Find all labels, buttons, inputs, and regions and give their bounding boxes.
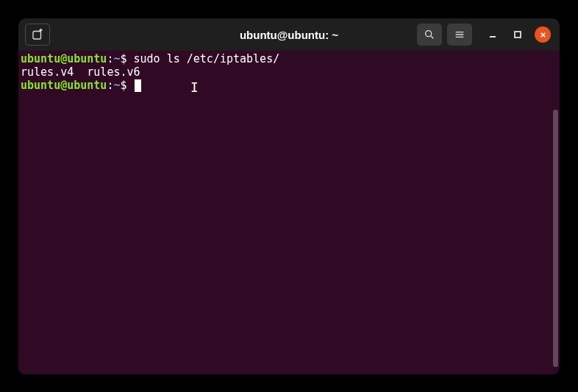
header-controls	[417, 24, 555, 46]
search-icon	[424, 29, 435, 40]
terminal-body[interactable]: ubuntu@ubuntu:~$ sudo ls /etc/iptables/ …	[18, 51, 560, 374]
maximize-icon	[513, 30, 522, 39]
prompt-dollar: $	[120, 52, 133, 65]
search-button[interactable]	[417, 24, 442, 46]
prompt-user: ubuntu@ubuntu	[21, 79, 107, 92]
terminal-line: ubuntu@ubuntu:~$	[21, 79, 557, 92]
hamburger-icon	[454, 29, 465, 40]
scrollbar[interactable]	[553, 110, 558, 367]
svg-line-4	[431, 36, 433, 38]
window-controls	[485, 26, 551, 43]
maximize-button[interactable]	[510, 26, 526, 43]
new-tab-button[interactable]	[25, 24, 50, 46]
prompt-user: ubuntu@ubuntu	[21, 52, 107, 65]
svg-point-3	[426, 31, 432, 37]
new-tab-icon	[31, 28, 44, 41]
close-icon	[539, 31, 547, 39]
terminal-line: ubuntu@ubuntu:~$ sudo ls /etc/iptables/	[21, 52, 557, 65]
menu-button[interactable]	[447, 24, 472, 46]
close-button[interactable]	[535, 26, 551, 43]
terminal-output: rules.v4 rules.v6	[21, 65, 557, 79]
minimize-icon	[488, 30, 497, 39]
svg-rect-0	[33, 32, 41, 40]
titlebar: ubuntu@ubuntu: ~	[18, 18, 560, 51]
prompt-dollar: $	[120, 79, 133, 92]
terminal-window: ubuntu@ubuntu: ~	[18, 18, 560, 374]
svg-rect-9	[515, 32, 521, 38]
minimize-button[interactable]	[485, 26, 501, 43]
window-title: ubuntu@ubuntu: ~	[240, 29, 338, 41]
terminal-cursor	[135, 79, 141, 92]
command-text: sudo ls /etc/iptables/	[134, 52, 280, 65]
